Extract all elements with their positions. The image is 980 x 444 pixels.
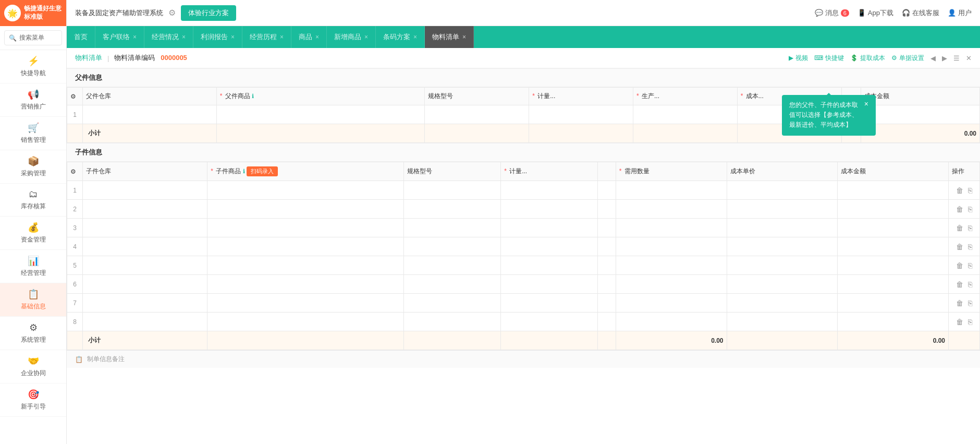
tab-product[interactable]: 商品 × xyxy=(291,26,327,48)
child-qty-cell-7[interactable] xyxy=(616,313,727,331)
parent-product-cell[interactable] xyxy=(216,105,425,124)
shortcut-action[interactable]: ⌨ 快捷键 xyxy=(814,54,844,63)
parent-production-cell[interactable] xyxy=(633,105,737,124)
child-unit-cost-cell-4[interactable] xyxy=(727,256,838,275)
child-th-settings[interactable]: ⚙ xyxy=(67,162,83,181)
child-warehouse-cell-3[interactable] xyxy=(83,237,207,256)
app-download-button[interactable]: 📱 App下载 xyxy=(858,8,893,18)
tab-ops-status-close[interactable]: × xyxy=(182,33,186,41)
settings-gear-icon[interactable]: ⚙ xyxy=(168,8,176,18)
tab-home[interactable]: 首页 xyxy=(67,26,95,48)
child-product-cell-0[interactable] xyxy=(207,181,404,200)
copy-icon-4[interactable]: ⎘ xyxy=(968,261,972,270)
tab-new-product[interactable]: 新增商品 × xyxy=(327,26,376,48)
delete-icon-1[interactable]: 🗑 xyxy=(956,205,963,213)
child-product-cell-7[interactable] xyxy=(207,313,404,331)
online-service-button[interactable]: 🎧 在线客服 xyxy=(902,8,939,18)
child-unit-cell-2[interactable] xyxy=(501,219,598,237)
nav-prev-icon[interactable]: ◀ xyxy=(930,54,936,62)
user-button[interactable]: 👤 用户 xyxy=(948,8,972,18)
child-warehouse-cell-5[interactable] xyxy=(83,275,207,294)
child-spec-cell-4[interactable] xyxy=(404,256,501,275)
child-qty-cell-0[interactable] xyxy=(616,181,727,200)
delete-icon-3[interactable]: 🗑 xyxy=(956,243,963,251)
child-qty-cell-2[interactable] xyxy=(616,219,727,237)
child-warehouse-cell-2[interactable] xyxy=(83,219,207,237)
delete-icon-7[interactable]: 🗑 xyxy=(956,318,963,326)
child-spec-cell-2[interactable] xyxy=(404,219,501,237)
child-unit-cell-5[interactable] xyxy=(501,275,598,294)
copy-icon-2[interactable]: ⎘ xyxy=(968,224,972,232)
child-qty-cell-6[interactable] xyxy=(616,294,727,313)
child-warehouse-cell-7[interactable] xyxy=(83,313,207,331)
child-product-cell-4[interactable] xyxy=(207,256,404,275)
sidebar-item-system[interactable]: ⚙ 系统管理 xyxy=(0,317,66,350)
sidebar-item-basic-info[interactable]: 📋 基础信息 xyxy=(0,283,66,317)
child-spec-cell-1[interactable] xyxy=(404,200,501,219)
list-view-icon[interactable]: ☰ xyxy=(953,54,960,62)
child-spec-cell-5[interactable] xyxy=(404,275,501,294)
child-product-cell-3[interactable] xyxy=(207,237,404,256)
tab-product-close[interactable]: × xyxy=(315,33,319,41)
sidebar-item-inventory[interactable]: 🗂 库存核算 xyxy=(0,184,66,217)
child-warehouse-cell-4[interactable] xyxy=(83,256,207,275)
child-unit-cell-3[interactable] xyxy=(501,237,598,256)
delete-icon-4[interactable]: 🗑 xyxy=(956,261,963,270)
sidebar-item-guide[interactable]: 🎯 新手引导 xyxy=(0,383,66,417)
tab-new-product-close[interactable]: × xyxy=(364,33,368,41)
parent-warehouse-cell[interactable] xyxy=(83,105,217,124)
delete-icon-5[interactable]: 🗑 xyxy=(956,280,963,289)
sidebar-item-enterprise[interactable]: 🤝 企业协同 xyxy=(0,350,66,383)
child-qty-cell-4[interactable] xyxy=(616,256,727,275)
child-spec-cell-7[interactable] xyxy=(404,313,501,331)
child-unit-cell-1[interactable] xyxy=(501,200,598,219)
child-spec-cell-3[interactable] xyxy=(404,237,501,256)
parent-th-settings[interactable]: ⚙ xyxy=(67,88,83,105)
scan-input-button[interactable]: 扫码录入 xyxy=(247,166,278,176)
child-unit-cell-0[interactable] xyxy=(501,181,598,200)
breadcrumb-parent[interactable]: 物料清单 xyxy=(75,53,102,63)
child-warehouse-cell-0[interactable] xyxy=(83,181,207,200)
tab-ops-history-close[interactable]: × xyxy=(280,33,284,41)
delete-icon-0[interactable]: 🗑 xyxy=(956,186,963,195)
child-product-cell-2[interactable] xyxy=(207,219,404,237)
copy-icon-5[interactable]: ⎘ xyxy=(968,280,972,289)
copy-icon-6[interactable]: ⎘ xyxy=(968,299,972,307)
child-product-cell-1[interactable] xyxy=(207,200,404,219)
delete-icon-6[interactable]: 🗑 xyxy=(956,299,963,307)
child-unit-cost-cell-3[interactable] xyxy=(727,237,838,256)
child-unit-cost-cell-2[interactable] xyxy=(727,219,838,237)
tab-customer[interactable]: 客户联络 × xyxy=(95,26,144,48)
parent-spec-cell[interactable] xyxy=(425,105,529,124)
extract-cost-action[interactable]: 💲 提取成本 xyxy=(850,54,885,63)
sidebar-item-quick-nav[interactable]: ⚡ 快捷导航 xyxy=(0,50,66,83)
child-unit-cost-cell-5[interactable] xyxy=(727,275,838,294)
tab-barcode[interactable]: 条码方案 × xyxy=(376,26,425,48)
copy-icon-7[interactable]: ⎘ xyxy=(968,318,972,326)
child-unit-cost-cell-1[interactable] xyxy=(727,200,838,219)
sidebar-item-sales[interactable]: 🛒 销售管理 xyxy=(0,117,66,150)
child-unit-cost-cell-7[interactable] xyxy=(727,313,838,331)
child-qty-cell-5[interactable] xyxy=(616,275,727,294)
delete-icon-2[interactable]: 🗑 xyxy=(956,224,963,232)
tab-bom-close[interactable]: × xyxy=(462,33,466,41)
parent-unit-cell[interactable] xyxy=(529,105,633,124)
child-unit-cell-7[interactable] xyxy=(501,313,598,331)
child-warehouse-cell-6[interactable] xyxy=(83,294,207,313)
search-menu-button[interactable]: 🔍 搜索菜单 xyxy=(4,30,62,45)
child-product-cell-6[interactable] xyxy=(207,294,404,313)
tab-profit-report-close[interactable]: × xyxy=(231,33,235,41)
child-spec-cell-6[interactable] xyxy=(404,294,501,313)
tab-ops-history[interactable]: 经营历程 × xyxy=(242,26,291,48)
tab-ops-status[interactable]: 经营情况 × xyxy=(144,26,193,48)
tooltip-close-button[interactable]: × xyxy=(864,100,868,107)
child-unit-cost-cell-0[interactable] xyxy=(727,181,838,200)
child-unit-cell-6[interactable] xyxy=(501,294,598,313)
sidebar-item-operations[interactable]: 📊 经营管理 xyxy=(0,250,66,283)
sidebar-item-finance[interactable]: 💰 资金管理 xyxy=(0,217,66,250)
trial-button[interactable]: 体验行业方案 xyxy=(181,5,236,21)
child-qty-cell-3[interactable] xyxy=(616,237,727,256)
child-qty-cell-1[interactable] xyxy=(616,200,727,219)
tab-customer-close[interactable]: × xyxy=(133,33,137,41)
tab-profit-report[interactable]: 利润报告 × xyxy=(193,26,242,48)
